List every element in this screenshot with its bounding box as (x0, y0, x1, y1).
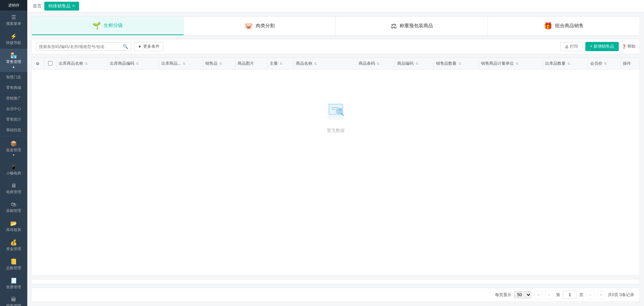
sort-icon[interactable]: ⇅ (136, 62, 139, 65)
empty-icon (322, 97, 349, 124)
sort-icon[interactable]: ⇅ (567, 62, 570, 65)
data-table-container: ⚙ 出库商品名称 ⇅ 出库商品编码 ⇅ (31, 58, 640, 276)
th-action: 操作 (620, 58, 640, 70)
tax-icon: 🏛 (11, 296, 16, 303)
sort-icon[interactable]: ⇅ (183, 62, 185, 65)
breadcrumb-home[interactable]: 首页 (33, 3, 42, 9)
sort-icon[interactable]: ⇅ (85, 62, 88, 65)
tab-weigh-pack[interactable]: ⚖ 称重预包装商品 (336, 17, 488, 35)
sidebar-item-wholesale[interactable]: 📦 批发管理 ▼ (0, 137, 27, 160)
horizontal-scrollbar[interactable] (31, 279, 640, 284)
th-out-qty: 出库品数量 ⇅ (543, 58, 588, 70)
toolbar-left: 🔍 ▼ 更多条件 (36, 42, 163, 51)
ledger-icon: 📒 (10, 258, 17, 265)
filter-button[interactable]: ▼ 更多条件 (134, 42, 163, 51)
sort-icon[interactable]: ⇅ (416, 62, 418, 65)
sidebar-item-inventory[interactable]: 📂 库存核算 (0, 217, 27, 236)
page-container: 🌱 生鲜分级 🐷 肉类分割 ⚖ 称重预包装商品 🎁 组合商品销售 🔍 (27, 12, 644, 306)
sidebar-item-label: 批发管理 (6, 148, 21, 153)
sidebar-item-retail-mall[interactable]: 零售商城 (0, 82, 27, 93)
search-input[interactable] (39, 44, 121, 49)
sidebar-item-retail-stats[interactable]: 零售统计 (0, 114, 27, 125)
sidebar-item-ledger[interactable]: 📒 总账管理 (0, 255, 27, 274)
sort-icon[interactable]: ⇅ (604, 62, 607, 65)
sidebar-item-label: 税务管理 (6, 303, 21, 306)
sidebar-item-label: 智慧门店 (6, 75, 21, 79)
search-icon[interactable]: 🔍 (123, 44, 128, 49)
invoice-icon: 🧾 (10, 277, 17, 284)
sidebar-item-member-center[interactable]: 会员中心 (0, 104, 27, 114)
last-page-button[interactable]: » (597, 291, 605, 299)
sidebar-item-purchase[interactable]: 🛍 采购管理 (0, 198, 27, 217)
function-tabs: 🌱 生鲜分级 🐷 肉类分割 ⚖ 称重预包装商品 🎁 组合商品销售 (31, 16, 640, 35)
page-input[interactable] (563, 291, 576, 299)
sidebar-item-label: 会员中心 (6, 107, 21, 111)
th-sale-item: 销售品 ⇅ (203, 58, 235, 70)
th-out-code: 出库商品编码 ⇅ (108, 58, 159, 70)
sidebar-item-search-menu[interactable]: ☰ 搜索菜单 (0, 11, 27, 30)
chevron-down-icon: ▼ (12, 153, 15, 157)
main-content: 首页 特殊销售品 ✕ 🌱 生鲜分级 🐷 肉类分割 ⚖ 称重预包装商品 🎁 组合商… (27, 0, 644, 306)
sidebar-item-tax[interactable]: 🏛 税务管理 (0, 293, 27, 306)
sidebar: 进销存 ☰ 搜索菜单 ⚡ 快捷导航 🏪 零售管理 ▲ 智慧门店 零售商城 营销推… (0, 0, 27, 306)
svg-point-0 (326, 114, 345, 120)
th-item-barcode: 商品条码 ⇅ (356, 58, 395, 70)
toolbar-right: 🖨 打印 + 新增销售品 ❓ 帮助 (560, 42, 635, 51)
tab-fresh-grade[interactable]: 🌱 生鲜分级 (32, 17, 184, 35)
sort-icon[interactable]: ⇅ (280, 62, 282, 65)
per-page-label: 每页显示 (495, 292, 511, 298)
active-tab[interactable]: 特殊销售品 ✕ (44, 2, 79, 11)
print-button[interactable]: 🖨 打印 (560, 42, 583, 51)
retail-mgmt-icon: 🏪 (10, 52, 17, 59)
first-page-button[interactable]: « (534, 291, 542, 299)
sidebar-item-ecommerce[interactable]: 🖥 电商管理 (0, 179, 27, 198)
setting-icon[interactable]: ⚙ (36, 61, 40, 66)
select-all-checkbox[interactable] (48, 61, 53, 65)
quick-nav-icon: ⚡ (10, 33, 17, 40)
print-label: 打印 (570, 44, 578, 49)
fresh-grade-icon: 🌱 (92, 21, 101, 30)
sort-icon[interactable]: ⇅ (219, 62, 222, 65)
sidebar-item-retail-mgmt[interactable]: 🏪 零售管理 ▲ (0, 49, 27, 72)
sidebar-item-invoice[interactable]: 🧾 发票管理 (0, 274, 27, 293)
sidebar-item-label: 采购管理 (6, 208, 21, 213)
weigh-pack-icon: ⚖ (391, 22, 397, 30)
th-checkbox[interactable] (44, 58, 56, 70)
purchase-icon: 🛍 (11, 201, 16, 208)
tab-label: 肉类分割 (256, 23, 275, 29)
tab-label: 称重预包装商品 (400, 23, 433, 29)
prev-page-button[interactable]: ‹ (545, 291, 553, 299)
th-setting[interactable]: ⚙ (32, 58, 44, 70)
sidebar-item-marketing[interactable]: 营销推广 (0, 93, 27, 104)
sidebar-item-finance[interactable]: 💰 资金管理 (0, 236, 27, 255)
sort-icon[interactable]: ⇅ (516, 62, 519, 65)
sidebar-item-label: 资金管理 (6, 246, 21, 251)
sort-icon[interactable]: ⇅ (314, 62, 317, 65)
pagination-bar: 每页显示 50 20 100 « ‹ 第 页 › » 共0页 0条记录 (31, 288, 640, 302)
search-box[interactable]: 🔍 (36, 42, 131, 51)
tab-label: 生鲜分级 (104, 22, 123, 29)
new-button[interactable]: + 新增销售品 (585, 42, 619, 51)
total-label: 共0页 0条记录 (608, 292, 634, 298)
th-item-code: 商品编码 ⇅ (395, 58, 434, 70)
sidebar-item-label: 营销推广 (6, 96, 21, 100)
sidebar-item-quick-nav[interactable]: ⚡ 快捷导航 (0, 30, 27, 49)
th-out-spec: 出库商品... ⇅ (159, 58, 203, 70)
sort-icon[interactable]: ⇅ (459, 62, 461, 65)
tab-meat-cut[interactable]: 🐷 肉类分割 (184, 17, 336, 35)
empty-state: 暂无数据 (32, 70, 640, 161)
close-tab-icon[interactable]: ✕ (72, 4, 75, 8)
per-page-select[interactable]: 50 20 100 (514, 291, 531, 299)
help-button[interactable]: ❓ 帮助 (621, 44, 635, 49)
tab-combo-sale[interactable]: 🎁 组合商品销售 (488, 17, 640, 35)
sidebar-item-smart-store[interactable]: 智慧门店 (0, 72, 27, 82)
sidebar-item-label: 零售统计 (6, 117, 21, 121)
next-page-button[interactable]: › (586, 291, 594, 299)
sidebar-item-basic-info[interactable]: 基础信息 (0, 125, 27, 135)
th-sale-unit: 销售商品计量单位 ⇅ (479, 58, 543, 70)
sort-icon[interactable]: ⇅ (377, 62, 379, 65)
sidebar-item-label: 零售商城 (6, 86, 21, 90)
print-icon: 🖨 (565, 44, 569, 49)
sidebar-item-label: 小畅电商 (6, 171, 21, 176)
sidebar-item-mini-program[interactable]: 📱 小畅电商 (0, 160, 27, 179)
